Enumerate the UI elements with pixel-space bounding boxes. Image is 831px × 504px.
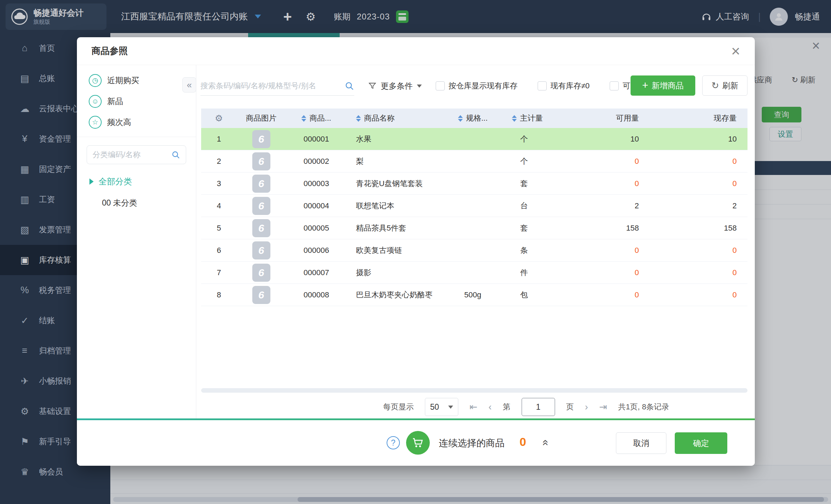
category-item-uncategorized[interactable]: 00 未分类 (102, 198, 196, 208)
page-input[interactable] (522, 398, 555, 416)
cell-available: 0 (577, 246, 654, 255)
last-page-button[interactable]: ⇥ (599, 402, 607, 412)
cell-unit: 套 (498, 178, 577, 189)
table-row[interactable]: 6 000006 欧美复古项链 条 0 0 (201, 239, 747, 262)
table-horizontal-scrollbar[interactable] (201, 388, 747, 393)
product-search-input[interactable] (200, 81, 345, 90)
cell-image (237, 130, 286, 148)
cell-stock: 2 (654, 201, 747, 210)
cell-available: 0 (577, 157, 654, 166)
cart-icon (406, 431, 430, 455)
cell-stock: 0 (654, 157, 747, 166)
cell-available: 158 (577, 224, 654, 233)
stock-filter-checkboxes: 按仓库显示现有库存 现有库存≠0 可用库 (436, 76, 646, 96)
quick-filter-icon: ☆ (89, 116, 102, 129)
column-header-stock[interactable]: 现存量 (654, 113, 747, 123)
cell-stock: 0 (654, 268, 747, 277)
table-body: 1 000001 水果 个 10 10 (201, 128, 747, 306)
category-search-input[interactable] (93, 150, 171, 159)
cell-available: 0 (577, 179, 654, 188)
column-header-unit[interactable]: 主计量 (498, 113, 577, 123)
quick-filter-item[interactable]: ☆ 频次高 (77, 112, 196, 133)
product-image-placeholder-icon (252, 197, 270, 215)
page-prefix-label: 第 (503, 402, 511, 412)
help-icon[interactable]: ? (387, 436, 400, 449)
cell-code: 000004 (286, 201, 347, 210)
column-label: 商品... (309, 113, 331, 123)
first-page-button[interactable]: ⇤ (469, 402, 477, 412)
dialog-footer: ? 连续选择的商品 0 » 取消 确定 (77, 420, 755, 466)
all-categories-toggle[interactable]: 全部分类 (89, 176, 196, 187)
quick-filter-icon: ☺ (89, 95, 102, 108)
quick-filter-label: 新品 (107, 96, 123, 107)
cell-seq: 3 (201, 179, 237, 188)
category-panel: ◷ 近期购买 ☺ 新品 ☆ 频次高 (77, 65, 196, 418)
confirm-button[interactable]: 确定 (675, 432, 727, 454)
per-page-select[interactable]: 50 (425, 398, 458, 416)
column-label: 主计量 (520, 113, 543, 123)
column-header-code[interactable]: 商品... (286, 113, 347, 123)
checkbox-box[interactable] (538, 81, 547, 90)
table-row[interactable]: 7 000007 摄影 件 0 0 (201, 262, 747, 284)
more-filters-button[interactable]: 更多条件 (368, 76, 422, 96)
cell-unit: 包 (498, 290, 577, 300)
sort-icon[interactable] (458, 115, 463, 122)
table-row[interactable]: 8 000008 巴旦木奶枣夹心奶酪枣 500g 包 0 0 (201, 284, 747, 306)
dialog-body: ◷ 近期购买 ☺ 新品 ☆ 频次高 (77, 65, 755, 418)
next-page-button[interactable]: › (585, 402, 588, 412)
column-label: 规格... (466, 113, 488, 123)
table-row[interactable]: 4 000004 联想笔记本 台 2 2 (201, 195, 747, 217)
add-product-label: 新增商品 (652, 80, 684, 91)
quick-filter-item[interactable]: ◷ 近期购买 (77, 70, 196, 91)
column-header-spec[interactable]: 规格... (454, 113, 498, 123)
category-search-box (87, 145, 186, 164)
product-list-panel: 更多条件 按仓库显示现有库存 现有库存≠0 (196, 65, 755, 418)
cell-seq: 7 (201, 268, 237, 277)
cell-image (237, 264, 286, 282)
close-icon[interactable]: × (731, 43, 740, 59)
search-icon[interactable] (171, 150, 180, 159)
per-page-value: 50 (430, 402, 439, 412)
cell-stock: 0 (654, 179, 747, 188)
cell-code: 000006 (286, 246, 347, 255)
product-table: ⚙ 商品图片 商品... 商品名称 (201, 109, 747, 306)
column-header-available[interactable]: 可用量 (577, 113, 654, 123)
product-image-placeholder-icon (252, 152, 270, 170)
checkbox-box[interactable] (610, 81, 619, 90)
quick-filter-item[interactable]: ☺ 新品 (77, 91, 196, 112)
stock-filter-checkbox[interactable]: 现有库存≠0 (538, 81, 589, 91)
table-row[interactable]: 5 000005 精品茶具5件套 套 158 158 (201, 217, 747, 239)
quick-filter-icon: ◷ (89, 74, 102, 87)
stock-filter-checkbox[interactable]: 按仓库显示现有库存 (436, 81, 517, 91)
search-icon[interactable] (345, 81, 354, 91)
table-row[interactable]: 3 000003 青花瓷U盘钢笔套装 套 0 0 (201, 173, 747, 195)
table-row[interactable]: 1 000001 水果 个 10 10 (201, 128, 747, 150)
refresh-icon: ↻ (712, 81, 719, 90)
column-settings-header[interactable]: ⚙ (201, 113, 237, 124)
cell-seq: 8 (201, 290, 237, 299)
quick-filter-label: 频次高 (107, 117, 131, 128)
prev-page-button[interactable]: ‹ (489, 402, 492, 412)
cell-available: 0 (577, 290, 654, 299)
cell-name: 巴旦木奶枣夹心奶酪枣 (347, 290, 454, 300)
sort-icon[interactable] (356, 115, 361, 122)
cell-name: 青花瓷U盘钢笔套装 (347, 178, 454, 189)
refresh-label: 刷新 (722, 80, 738, 91)
collapse-panel-button[interactable]: « (182, 77, 196, 93)
add-product-button[interactable]: + 新增商品 (631, 75, 695, 96)
checkbox-box[interactable] (436, 81, 445, 90)
table-row[interactable]: 2 000002 梨 个 0 0 (201, 150, 747, 173)
refresh-button[interactable]: ↻ 刷新 (702, 75, 747, 96)
gear-icon[interactable]: ⚙ (215, 113, 223, 124)
cell-name: 欧美复古项链 (347, 245, 454, 256)
sort-icon[interactable] (512, 115, 517, 122)
column-header-name[interactable]: 商品名称 (347, 113, 454, 123)
checkbox-label: 按仓库显示现有库存 (449, 81, 517, 91)
more-filters-label: 更多条件 (381, 81, 413, 91)
collapse-selection-chevron-icon[interactable]: » (538, 440, 551, 446)
cell-unit: 个 (498, 156, 577, 167)
cell-name: 梨 (347, 156, 454, 167)
sort-icon[interactable] (301, 115, 306, 122)
cell-image (237, 241, 286, 259)
cancel-button[interactable]: 取消 (616, 432, 666, 454)
